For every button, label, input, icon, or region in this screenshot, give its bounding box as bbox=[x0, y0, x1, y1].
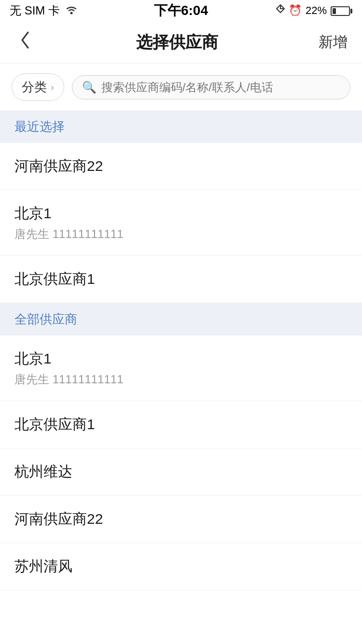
search-input[interactable] bbox=[101, 81, 340, 94]
item-name: 苏州清风 bbox=[14, 557, 348, 576]
page-title: 选择供应商 bbox=[136, 31, 218, 54]
status-right: ⏰ 22% bbox=[276, 4, 352, 17]
nav-bar: 选择供应商 新增 bbox=[0, 21, 362, 64]
recent-section-header: 最近选择 bbox=[0, 111, 362, 143]
svg-point-0 bbox=[70, 12, 73, 14]
recent-list: 河南供应商22北京1唐先生 11111111111北京供应商1 bbox=[0, 143, 362, 303]
all-section-label: 全部供应商 bbox=[14, 312, 77, 326]
add-button[interactable]: 新增 bbox=[319, 32, 348, 52]
item-name: 北京供应商1 bbox=[14, 415, 348, 434]
back-button[interactable] bbox=[14, 26, 36, 59]
item-sub: 唐先生 11111111111 bbox=[14, 226, 348, 242]
recent-section-label: 最近选择 bbox=[14, 119, 65, 134]
list-item[interactable]: 北京供应商1 bbox=[0, 401, 362, 448]
item-name: 河南供应商22 bbox=[14, 509, 348, 529]
item-sub: 唐先生 11111111111 bbox=[14, 372, 348, 387]
battery-icon bbox=[331, 4, 352, 17]
search-box: 🔍 bbox=[72, 75, 350, 99]
item-name: 河南供应商22 bbox=[14, 156, 348, 176]
category-filter[interactable]: 分类 › bbox=[12, 73, 64, 101]
status-time: 下午6:04 bbox=[154, 1, 208, 20]
status-bar: 无 SIM 卡 下午6:04 ⏰ 22% bbox=[0, 0, 362, 21]
all-list: 北京1唐先生 11111111111北京供应商1杭州维达河南供应商22苏州清风 bbox=[0, 336, 362, 590]
list-item[interactable]: 北京1唐先生 11111111111 bbox=[0, 190, 362, 256]
list-item[interactable]: 北京供应商1 bbox=[0, 256, 362, 303]
category-label: 分类 bbox=[22, 79, 47, 96]
list-item[interactable]: 杭州维达 bbox=[0, 448, 362, 496]
item-name: 北京1 bbox=[14, 349, 348, 369]
item-name: 北京供应商1 bbox=[14, 269, 348, 289]
list-item[interactable]: 苏州清风 bbox=[0, 543, 362, 590]
location-icon bbox=[276, 4, 285, 17]
filter-bar: 分类 › 🔍 bbox=[0, 64, 362, 111]
alarm-icon: ⏰ bbox=[289, 4, 302, 17]
item-name: 北京1 bbox=[14, 204, 348, 224]
list-item[interactable]: 北京1唐先生 11111111111 bbox=[0, 336, 362, 401]
battery-text: 22% bbox=[306, 4, 327, 17]
search-icon: 🔍 bbox=[82, 81, 97, 94]
all-section-header: 全部供应商 bbox=[0, 303, 362, 336]
item-name: 杭州维达 bbox=[14, 462, 348, 482]
list-item[interactable]: 河南供应商22 bbox=[0, 496, 362, 543]
list-item[interactable]: 河南供应商22 bbox=[0, 143, 362, 190]
status-left: 无 SIM 卡 bbox=[10, 3, 78, 18]
wifi-icon bbox=[65, 4, 78, 17]
carrier-text: 无 SIM 卡 bbox=[10, 3, 60, 18]
chevron-right-icon: › bbox=[51, 82, 54, 93]
